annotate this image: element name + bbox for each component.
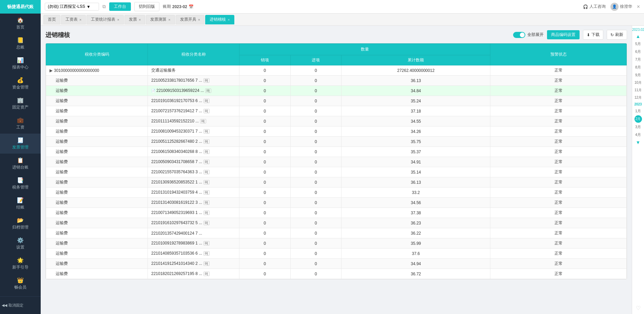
row-sales: 0	[239, 86, 291, 96]
month-2-active[interactable]: 2月	[635, 115, 642, 123]
sidebar-item-home[interactable]: 🏠 首页	[0, 14, 41, 34]
download-button[interactable]: ⬇ 下载	[583, 30, 603, 40]
tab-invoice-calc[interactable]: 发票测算 ×	[146, 15, 175, 24]
settle-icon: 📝	[17, 197, 24, 203]
sidebar-item-settings[interactable]: ⚙️ 设置	[0, 234, 41, 254]
table-row: 运输费 2210201357429400124 7 ... 0 0 36.22 …	[46, 228, 627, 238]
sales-icon: 📋	[17, 157, 24, 163]
month-9[interactable]: 9月	[633, 72, 644, 79]
workbench-button[interactable]: 工作台	[109, 2, 131, 11]
sidebar-item-fund[interactable]: 💰 资金管理	[0, 74, 41, 94]
invoice-icon: 🧾	[17, 137, 24, 143]
calendar-icon[interactable]: 📅	[189, 4, 194, 9]
tab-invoice-open-close[interactable]: ×	[198, 18, 200, 22]
row-purchase: 0	[290, 218, 341, 228]
row-purchase: 0	[290, 96, 341, 106]
company-selector[interactable]: (勿动) 江西报宝-LSS ▼	[45, 3, 99, 11]
next-year-arrow[interactable]: ▼	[635, 139, 641, 146]
month-11[interactable]: 11月	[633, 87, 644, 94]
sidebar-item-sales[interactable]: 📋 进销台账	[0, 154, 41, 174]
sidebar-item-settle[interactable]: 📝 结账	[0, 194, 41, 214]
row-status: 正常	[490, 137, 627, 147]
tab-invoice[interactable]: 发票 ×	[124, 15, 145, 24]
month-10[interactable]: 10月	[633, 79, 644, 86]
expand-toggle[interactable]	[513, 32, 525, 38]
col-sales-header: 销项	[239, 55, 291, 65]
report-icon: 📊	[17, 57, 24, 63]
row-status: 正常	[490, 198, 627, 208]
settings-button[interactable]: 商品编码设置	[547, 30, 580, 39]
data-table: 税收分类编码 税收分类名称 数量 预警状态 销项 进项 累计数额 ▶30	[46, 43, 627, 279]
sidebar-item-tax[interactable]: 📑 税务管理	[0, 174, 41, 194]
topbar-right: 🎧 人工咨询 👤 徐澄华 ×	[583, 3, 640, 11]
row-status: 正常	[490, 188, 627, 198]
row-total: 37.38	[341, 208, 490, 218]
sidebar-item-guide[interactable]: 🌟 新手引导	[0, 254, 41, 274]
tab-invoice-open[interactable]: 发票开具 ×	[176, 15, 204, 24]
row-purchase: 0	[290, 86, 341, 96]
row-status: 正常	[490, 269, 627, 279]
sidebar-item-fixed[interactable]: 🏢 固定资产	[0, 94, 41, 114]
sidebar-item-label: 发票管理	[12, 144, 28, 150]
refresh-button[interactable]: ↻ 刷新	[607, 30, 627, 40]
row-name: 运输费	[46, 137, 148, 147]
tab-invoice-calc-close[interactable]: ×	[168, 18, 170, 22]
row-sales: 0	[239, 188, 291, 198]
page-actions: 全部展开 商品编码设置 ⬇ 下载 ↻ 刷新	[513, 30, 627, 40]
tab-invoice-close[interactable]: ×	[139, 18, 141, 22]
row-status: 正常	[490, 86, 627, 96]
support-area[interactable]: 🎧 人工咨询	[583, 4, 606, 9]
month-6[interactable]: 6月	[633, 48, 644, 55]
row-sales: 0	[239, 167, 291, 177]
sidebar-item-member[interactable]: 👑 畅会员	[0, 274, 41, 294]
table-row: 运输费 2210021557035764363 3 ...吨 0 0 35.14…	[46, 167, 627, 177]
year-2023-label: 2023	[634, 102, 642, 107]
sidebar-item-report[interactable]: 📊 报表中心	[0, 54, 41, 74]
period-value: 2023-02	[172, 4, 187, 9]
table-row: 运输费 2210072157376219412 7 ...吨 0 0 37.18…	[46, 106, 627, 116]
unpin-button[interactable]: ◀◀ 取消固定	[0, 299, 41, 311]
tab-home[interactable]: 首页	[43, 15, 60, 24]
favorite-icon[interactable]: ♡	[636, 305, 641, 313]
tab-salary-table-close[interactable]: ×	[79, 18, 81, 22]
tab-home-label: 首页	[48, 17, 56, 22]
row-status: 正常	[490, 218, 627, 228]
row-purchase: 0	[290, 198, 341, 208]
sidebar-item-label: 设置	[16, 244, 24, 250]
month-5[interactable]: 5月	[633, 40, 644, 47]
sidebar-item-ledger[interactable]: 📒 总账	[0, 34, 41, 54]
month-1[interactable]: 1月	[633, 107, 644, 115]
user-area[interactable]: 👤 徐澄华	[610, 3, 632, 11]
table-row: 运输费 2210130936520853522 1 ...吨 0 0 36.13…	[46, 177, 627, 188]
avatar: 👤	[610, 3, 619, 11]
row-inv-code: 2210072157376219412 7 ...吨	[148, 106, 239, 116]
close-button[interactable]: ×	[637, 4, 640, 10]
prev-year-arrow[interactable]: ▲	[635, 33, 641, 40]
tab-salary-stats[interactable]: 工资统计报表 ×	[86, 15, 123, 24]
row-status: 正常	[490, 177, 627, 188]
row-inv-code: 2210071349052319693 1 ...吨	[148, 208, 239, 218]
row-purchase: 0	[290, 167, 341, 177]
tab-salary-stats-close[interactable]: ×	[117, 18, 119, 22]
table-row: 运输费 2210052338178017656 7 ...吨 0 0 36.13…	[46, 76, 627, 86]
month-4[interactable]: 4月	[633, 131, 644, 138]
row-sales: 0	[239, 238, 291, 249]
tab-salary-table[interactable]: 工资表 ×	[61, 15, 86, 24]
copy-icon[interactable]: ⧉	[102, 4, 106, 9]
sidebar-item-archive[interactable]: 📂 归档管理	[0, 214, 41, 234]
tab-sales-check-close[interactable]: ×	[228, 18, 230, 22]
tab-sales-check[interactable]: 进销稽核 ×	[205, 15, 234, 24]
switch-version-button[interactable]: 切到旧版	[134, 2, 159, 11]
sidebar-item-invoice[interactable]: 🧾 发票管理	[0, 134, 41, 154]
row-name: 运输费	[46, 147, 148, 157]
settings-icon: ⚙️	[17, 237, 24, 243]
month-3[interactable]: 3月	[633, 123, 644, 131]
ledger-icon: 📒	[17, 37, 24, 43]
month-12[interactable]: 12月	[633, 94, 644, 101]
sidebar-item-salary[interactable]: 💼 工资	[0, 114, 41, 134]
month-7[interactable]: 7月	[633, 56, 644, 63]
month-8[interactable]: 8月	[633, 64, 644, 71]
row-code: ▶30100000000000000000	[46, 65, 148, 76]
row-inv-code: 2210131403081619122 3 ...吨	[148, 198, 239, 208]
row-total: 34.56	[341, 198, 490, 208]
